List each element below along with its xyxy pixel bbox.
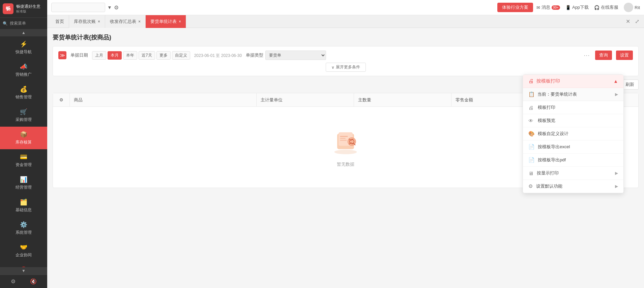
sales-icon: 💰 xyxy=(20,86,27,93)
tab-receipt-summary-close[interactable]: × xyxy=(138,19,141,24)
tabbar: 首页 库存批次账 × 收发存汇总表 × 要货单统计表 × ✕ ⤢ xyxy=(47,15,644,28)
dropdown-item-template-excel[interactable]: 📄 按模板导出excel xyxy=(523,140,623,154)
sidebar-nav: ⚡ 快捷导航 📣 营销推广 💰 销售管理 🛒 采购管理 📦 库存核算 💳 资金管… xyxy=(0,36,47,267)
tab-receipt-summary-label: 收发存汇总表 xyxy=(110,19,136,25)
sidebar-search-label: 搜索菜单 xyxy=(10,21,26,26)
search-icon: 🔍 xyxy=(3,21,8,26)
dropdown-section-display-print[interactable]: 🖥 按显示打印 ▶ xyxy=(523,167,623,180)
expand-more-icon: ∨ xyxy=(331,65,334,70)
topbar: ▼ ⚙ 体验行业方案 ✉ 消息 99+ 📱 App下载 🎧 在线客服 Rit xyxy=(47,0,644,15)
sidebar-item-marketing[interactable]: 📣 营销推广 xyxy=(0,59,47,82)
message-label: 消息 xyxy=(541,4,550,10)
refresh-label: 刷新 xyxy=(625,82,634,88)
sidebar-search[interactable]: 🔍 搜索菜单 xyxy=(0,18,47,29)
tab-requisition-stats-close[interactable]: × xyxy=(179,19,181,24)
dropdown-section-default-func[interactable]: ⚙ 设置默认功能 ▶ xyxy=(523,180,623,193)
topbar-dropdown-icon[interactable]: ▼ xyxy=(107,5,112,10)
sidebar-scroll-up[interactable]: ▲ xyxy=(0,29,47,36)
online-service-label: 在线客服 xyxy=(601,4,618,10)
window-expand-btn[interactable]: ⤢ xyxy=(634,17,641,26)
user-name: Rit xyxy=(635,5,640,10)
filter-section: ≫ 单据日期 上月 本月 本年 近7天 更多 自定义 2023-06-01 至 … xyxy=(53,46,639,76)
query-button[interactable]: 查询 xyxy=(595,51,612,60)
message-item[interactable]: ✉ 消息 99+ xyxy=(536,4,560,10)
sidebar-item-sales[interactable]: 💰 销售管理 xyxy=(0,82,47,104)
basic-icon: 🗂️ xyxy=(20,198,27,206)
topbar-right: ✉ 消息 99+ 📱 App下载 🎧 在线客服 Rit xyxy=(536,3,640,12)
dropdown-doc-icon: 📋 xyxy=(528,91,535,97)
tab-requisition-stats[interactable]: 要货单统计表 × xyxy=(146,15,186,28)
corp-icon: 🤝 xyxy=(20,244,27,251)
sidebar-item-purchase[interactable]: 🛒 采购管理 xyxy=(0,104,47,127)
dropdown-item-template-print[interactable]: 🖨 模板打印 xyxy=(523,101,623,114)
dropdown-item-template-custom[interactable]: 🎨 模板自定义设计 xyxy=(523,127,623,140)
sidebar-item-system[interactable]: ⚙️ 系统管理 xyxy=(0,217,47,239)
dropdown-current-label[interactable]: 📋 当前：要货单统计表 ▶ xyxy=(523,88,623,101)
template-excel-icon: 📄 xyxy=(528,144,534,150)
display-print-label: 按显示打印 xyxy=(537,170,559,176)
sidebar-item-operation[interactable]: 📊 经营管理 xyxy=(0,172,47,194)
sidebar-item-corp[interactable]: 🤝 企业协同 xyxy=(0,239,47,262)
window-close-btn[interactable]: ✕ xyxy=(624,17,632,26)
dropdown-current-text: 当前：要货单统计表 xyxy=(537,91,577,97)
type-filter-label: 单据类型 xyxy=(246,52,263,58)
tab-requisition-stats-label: 要货单统计表 xyxy=(150,19,177,25)
settings-bottom-icon[interactable]: ⚙ xyxy=(11,278,16,285)
tab-home[interactable]: 首页 xyxy=(51,15,69,28)
main-content: ▼ ⚙ 体验行业方案 ✉ 消息 99+ 📱 App下载 🎧 在线客服 Rit xyxy=(47,0,644,288)
date-btn-last-month[interactable]: 上月 xyxy=(92,51,106,60)
expand-more-btn[interactable]: ∨ 展开更多条件 xyxy=(326,63,366,72)
sidebar-item-newbie[interactable]: 🎯 新手引导 xyxy=(0,262,47,267)
dropdown-item-template-preview[interactable]: 👁 模板预览 xyxy=(523,114,623,127)
dropdown-collapse-icon[interactable]: ▲ xyxy=(613,78,618,84)
dropdown-current-chevron: ▶ xyxy=(615,92,618,97)
tab-inventory-batch-close[interactable]: × xyxy=(98,19,100,24)
tab-inventory-batch[interactable]: 库存批次账 × xyxy=(69,15,105,28)
sidebar-item-basic[interactable]: 🗂️ 基础信息 xyxy=(0,194,47,217)
app-name: 畅捷通好生意 xyxy=(16,4,40,9)
sidebar-item-inventory[interactable]: 📦 库存核算 xyxy=(0,127,47,149)
date-btn-custom[interactable]: 自定义 xyxy=(172,51,190,60)
filter-more-icon[interactable]: ⋯ xyxy=(584,52,590,59)
sidebar-label-quick-nav: 快捷导航 xyxy=(16,49,32,55)
dropdown-print-icon: 🖨 xyxy=(528,78,534,84)
marketing-icon: 📣 xyxy=(20,63,27,70)
sidebar-scroll-down[interactable]: ▼ xyxy=(0,267,47,275)
date-btn-7days[interactable]: 近7天 xyxy=(139,51,155,60)
online-service-item[interactable]: 🎧 在线客服 xyxy=(594,4,618,10)
quick-nav-icon: ⚡ xyxy=(20,40,27,48)
date-range-display: 2023-06-01 至 2023-06-30 xyxy=(194,52,242,59)
app-version: 标准版 xyxy=(16,9,40,14)
sidebar-item-finance[interactable]: 💳 资金管理 xyxy=(0,149,47,172)
sidebar-item-quick-nav[interactable]: ⚡ 快捷导航 xyxy=(0,36,47,59)
tab-receipt-summary[interactable]: 收发存汇总表 × xyxy=(105,15,146,28)
date-btn-more[interactable]: 更多 xyxy=(156,51,171,60)
settings-button[interactable]: 设置 xyxy=(616,51,633,60)
expand-more-label: 展开更多条件 xyxy=(336,64,360,70)
date-btn-this-year[interactable]: 本年 xyxy=(123,51,137,60)
filter-expand-btn[interactable]: ≫ xyxy=(58,51,66,59)
th-settings[interactable]: ⚙ xyxy=(53,93,70,106)
operation-icon: 📊 xyxy=(20,176,27,183)
date-btn-this-month[interactable]: 本月 xyxy=(108,51,122,60)
trial-button[interactable]: 体验行业方案 xyxy=(497,3,533,12)
empty-text: 暂无数据 xyxy=(337,161,354,167)
topbar-gear-icon[interactable]: ⚙ xyxy=(114,4,119,11)
template-preview-icon: 👁 xyxy=(528,118,534,124)
svg-point-0 xyxy=(334,150,357,154)
type-select[interactable]: 要货单 xyxy=(265,51,326,60)
date-range-text: 2023-06-01 至 2023-06-30 xyxy=(194,53,242,59)
default-func-chevron: ▶ xyxy=(615,184,618,189)
topbar-search-input[interactable] xyxy=(51,3,105,12)
type-filter: 单据类型 要货单 xyxy=(246,51,326,60)
template-pdf-icon: 📄 xyxy=(528,157,534,163)
page-title: 要货单统计表(按商品) xyxy=(53,33,639,41)
dropdown-item-template-pdf[interactable]: 📄 按模板导出pdf xyxy=(523,154,623,167)
filter-row: ≫ 单据日期 上月 本月 本年 近7天 更多 自定义 2023-06-01 至 … xyxy=(58,51,633,60)
svg-rect-11 xyxy=(340,138,346,139)
user-item[interactable]: Rit xyxy=(624,3,640,12)
app-download-item[interactable]: 📱 App下载 xyxy=(565,4,589,10)
mute-bottom-icon[interactable]: 🔇 xyxy=(30,278,37,285)
headset-icon: 🎧 xyxy=(594,5,599,10)
system-icon: ⚙️ xyxy=(20,221,27,228)
